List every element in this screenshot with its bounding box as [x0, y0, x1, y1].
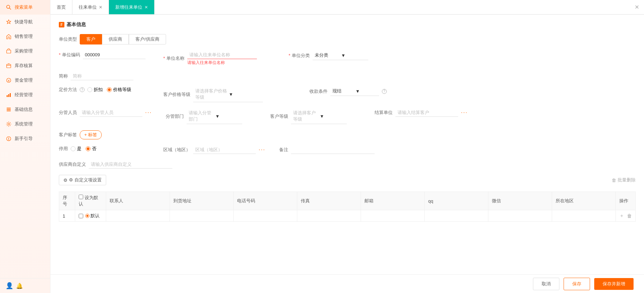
sidebar-item-finance[interactable]: ¥ 资金管理 [0, 73, 50, 88]
save-new-button[interactable]: 保存并新增 [594, 278, 634, 290]
select-all-checkbox[interactable] [79, 195, 83, 199]
unit-code-input[interactable] [83, 51, 146, 59]
sidebar-item-inventory[interactable]: 库存核算 [0, 58, 50, 73]
sidebar-item-beginner[interactable]: 新手引导 [0, 131, 50, 146]
address-input[interactable] [173, 213, 230, 219]
manager-more-icon[interactable]: ··· [145, 109, 152, 116]
department-select[interactable]: 请输入分管部门 ▼ [187, 108, 242, 124]
phone-input[interactable] [237, 213, 293, 219]
row-checkbox[interactable] [79, 214, 83, 218]
tab-home[interactable]: 首页 [50, 0, 72, 14]
manager-input[interactable] [80, 108, 142, 117]
unit-category-select[interactable]: 未分类 ▼ [313, 51, 368, 60]
pricing-level-option[interactable]: 价格等级 [107, 87, 131, 93]
sidebar-item-operations[interactable]: 经营管理 [0, 88, 50, 102]
chevron-down-icon5: ▼ [320, 114, 345, 119]
payment-terms-value: 现结 [332, 88, 354, 94]
department-placeholder: 请输入分管部门 [189, 110, 214, 122]
pricing-info-icon[interactable]: ? [80, 87, 85, 92]
save-button[interactable]: 保存 [564, 278, 590, 290]
col-action: 操作 [615, 192, 635, 210]
col-contact: 联系人 [106, 192, 170, 210]
section-header: F 基本信息 [59, 22, 636, 28]
region-cell-input[interactable] [556, 213, 612, 219]
tab-new-counterparty[interactable]: 新增往来单位 ✕ [109, 0, 155, 14]
pricing-discount-option[interactable]: 折扣 [87, 87, 103, 93]
customer-price-level-select[interactable]: 请选择客户价格等级 ▼ [193, 87, 263, 102]
payment-terms-info-icon[interactable]: ? [382, 89, 387, 94]
disabled-yes-label: 是 [77, 146, 81, 152]
close-tab-counterparties[interactable]: ✕ [99, 5, 102, 10]
disabled-no-radio[interactable] [86, 146, 91, 151]
email-input[interactable] [364, 213, 421, 219]
qq-input[interactable] [428, 213, 485, 219]
contact-input[interactable] [110, 213, 166, 219]
sidebar-item-quicknav[interactable]: 快捷导航 [0, 15, 50, 29]
table-row: 1 默认 [59, 210, 636, 222]
cell-email[interactable] [361, 210, 425, 222]
sidebar-item-purchase[interactable]: 采购管理 [0, 44, 50, 58]
col-phone: 电话号码 [234, 192, 297, 210]
customize-btn[interactable]: ⚙ ⚙ 自定义项设置 [59, 175, 106, 185]
sidebar-item-system[interactable]: 系统管理 [0, 117, 50, 131]
supplier-custom-input[interactable] [89, 160, 172, 169]
disabled-no-option[interactable]: 否 [86, 146, 96, 152]
customer-level-select[interactable]: 请选择客户等级 ▼ [291, 108, 347, 124]
cell-wechat[interactable] [488, 210, 552, 222]
svg-rect-8 [8, 94, 9, 97]
wechat-input[interactable] [492, 213, 548, 219]
svg-rect-11 [7, 109, 11, 110]
abbrev-field: 简称 [59, 72, 149, 80]
row-default-radio[interactable] [85, 214, 89, 218]
supplier-custom-field: 供应商自定义 [59, 160, 172, 169]
cancel-button[interactable]: 取消 [533, 278, 559, 290]
close-tab-new-counterparty[interactable]: ✕ [144, 5, 148, 10]
add-row-icon[interactable]: ＋ [619, 213, 624, 219]
pricing-level-radio[interactable] [107, 87, 112, 92]
pricing-discount-radio[interactable] [87, 87, 92, 92]
remark-input[interactable] [291, 146, 375, 154]
cell-seq: 1 [59, 210, 75, 222]
delete-row-icon[interactable]: 🗑 [627, 213, 632, 219]
settlement-unit-more-icon[interactable]: ··· [461, 109, 468, 116]
manager-label: 分管人员 [59, 109, 77, 116]
add-tag-button[interactable]: + 标签 [80, 130, 102, 139]
disabled-yes-radio[interactable] [71, 146, 76, 151]
cell-region[interactable] [552, 210, 616, 222]
unit-type-group: 客户 供应商 客户/供应商 [80, 34, 166, 44]
cell-qq[interactable] [425, 210, 488, 222]
pricing-level-radio-inner [108, 88, 111, 91]
region-more-icon[interactable]: ··· [259, 147, 265, 153]
unit-name-input[interactable] [187, 51, 257, 59]
sidebar-item-basicinfo[interactable]: 基础信息 [0, 102, 50, 117]
batch-delete-btn[interactable]: 🗑 批量删除 [612, 177, 636, 183]
chart-icon [6, 92, 12, 98]
fax-input[interactable] [301, 213, 357, 219]
tab-new-counterparty-label: 新增往来单位 [115, 4, 142, 10]
cell-fax[interactable] [297, 210, 361, 222]
cell-address[interactable] [170, 210, 234, 222]
cell-phone[interactable] [234, 210, 297, 222]
payment-terms-select[interactable]: 现结 ▼ [330, 87, 379, 96]
disabled-yes-option[interactable]: 是 [71, 146, 81, 152]
unit-type-customer-btn[interactable]: 客户 [80, 34, 102, 44]
unit-name-label: 单位名称 [163, 55, 184, 62]
cell-contact[interactable] [106, 210, 170, 222]
region-input[interactable] [193, 146, 256, 154]
region-field: 区域（地区） ··· [163, 146, 265, 154]
unit-type-supplier-btn[interactable]: 供应商 [102, 34, 129, 44]
guide-icon [6, 136, 12, 142]
abbrev-input[interactable] [71, 72, 133, 80]
svg-line-1 [9, 8, 11, 9]
tab-home-label: 首页 [57, 4, 66, 10]
tab-counterparties[interactable]: 往来单位 ✕ [72, 0, 109, 14]
settlement-unit-input[interactable] [395, 108, 458, 117]
sidebar-item-sales[interactable]: 销售管理 [0, 29, 50, 44]
main-area: 首页 往来单位 ✕ 新增往来单位 ✕ ✕ F 基本信息 单位类型 客户 供应商 … [50, 0, 644, 293]
row-actions: ＋ 🗑 [619, 213, 632, 219]
close-window-icon[interactable]: ✕ [630, 4, 644, 10]
sidebar-item-search[interactable]: 搜索菜单 [0, 0, 50, 15]
unit-category-label: 单位分类 [289, 52, 310, 59]
unit-type-both-btn[interactable]: 客户/供应商 [129, 34, 166, 44]
pricing-radio-group: 折扣 价格等级 [87, 87, 131, 93]
